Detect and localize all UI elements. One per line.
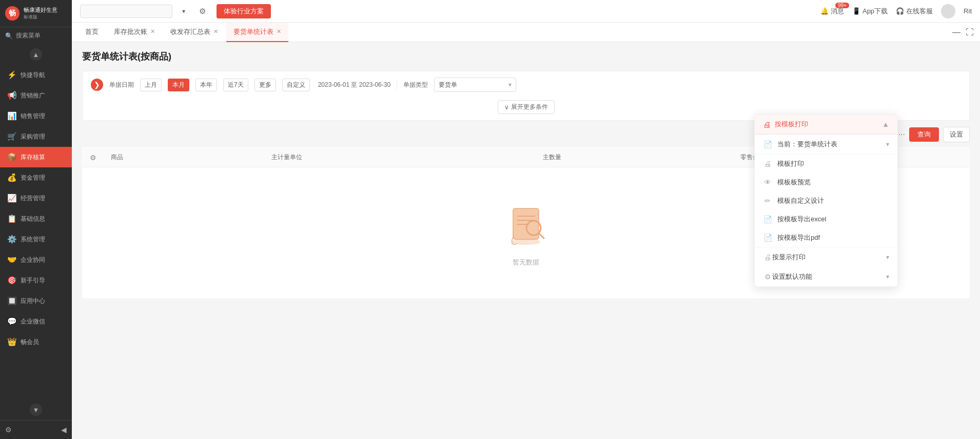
online-service-btn[interactable]: 🎧 在线客服	[896, 7, 933, 16]
sidebar-item-finance[interactable]: 💰 资金管理	[0, 167, 72, 188]
sidebar-item-sales[interactable]: 📊 销售管理	[0, 106, 72, 126]
sidebar-item-label: 企业协同	[21, 256, 45, 264]
trial-btn[interactable]: 体验行业方案	[217, 4, 271, 18]
page-title: 要货单统计表(按商品)	[82, 50, 970, 63]
template-preview-icon: 👁	[763, 178, 772, 186]
date-btn-more[interactable]: 更多	[254, 79, 276, 91]
sidebar-item-label: 新手引导	[21, 276, 45, 285]
scroll-down-btn[interactable]: ▼	[30, 404, 42, 416]
scroll-up-btn[interactable]: ▲	[30, 48, 42, 61]
collapse-btn[interactable]: ◀	[61, 426, 67, 434]
printer-menu-icon: 🖨	[763, 120, 771, 129]
date-btn-this-year[interactable]: 本年	[195, 79, 217, 91]
sidebar-item-quick-nav[interactable]: ⚡ 快捷导航	[0, 65, 72, 85]
scroll-up[interactable]: ▲	[0, 44, 72, 65]
tab-order-stats-close[interactable]: ✕	[277, 28, 281, 35]
template-print-item[interactable]: 🖨 模板打印	[755, 155, 897, 173]
tab-home[interactable]: 首页	[78, 23, 106, 42]
svg-point-7	[528, 223, 539, 233]
messages-badge: 99+	[835, 3, 849, 8]
sidebar-item-label: 应用中心	[21, 297, 45, 306]
tab-receivable-summary-close[interactable]: ✕	[213, 28, 218, 35]
tab-inventory-batch[interactable]: 库存批次账 ✕	[107, 23, 162, 42]
sidebar-item-label: 库存核算	[21, 153, 45, 162]
filter-bar: ❯ 单据日期 上月 本月 本年 近7天 更多 自定义 2023-06-01 至 …	[82, 71, 970, 121]
user-avatar[interactable]	[941, 4, 955, 18]
template-export-excel-item[interactable]: 📄 按模板导出excel	[755, 210, 897, 228]
search-menu-item[interactable]: 🔍 搜索菜单	[0, 27, 72, 44]
template-print-icon: 🖨	[763, 160, 772, 168]
tab-inventory-batch-close[interactable]: ✕	[150, 28, 155, 35]
print-menu-close-btn[interactable]: ▲	[882, 120, 889, 128]
settings-btn[interactable]: 设置	[943, 127, 970, 142]
template-design-item[interactable]: ✏ 模板自定义设计	[755, 192, 897, 210]
sidebar-item-system[interactable]: ⚙️ 系统管理	[0, 229, 72, 250]
date-btn-last-month[interactable]: 上月	[140, 79, 162, 91]
topbar-gear-btn[interactable]: ⚙	[195, 4, 209, 18]
scroll-down[interactable]: ▼	[0, 399, 72, 420]
sidebar-item-basic[interactable]: 📋 基础信息	[0, 208, 72, 229]
sidebar-item-purchase[interactable]: 🛒 采购管理	[0, 126, 72, 147]
sidebar-item-wechat[interactable]: 💬 企业微信	[0, 311, 72, 332]
topbar-dropdown-btn[interactable]: ▾	[178, 5, 190, 17]
display-print-icon: 🖨	[763, 253, 772, 261]
export-pdf-label: 按模板导出pdf	[777, 233, 820, 242]
col-goods: 商品	[104, 148, 264, 167]
enterprise-icon: 🤝	[7, 255, 16, 264]
main-area: ▾ ⚙ 体验行业方案 🔔 消息 99+ 📱 App下载 🎧 在线客服 Rit 首…	[72, 0, 980, 439]
topbar-right: 🔔 消息 99+ 📱 App下载 🎧 在线客服 Rit	[820, 4, 972, 18]
sidebar-item-guide[interactable]: 🎯 新手引导	[0, 270, 72, 291]
more-actions-btn[interactable]: ···	[898, 130, 905, 139]
messages-btn[interactable]: 🔔 消息 99+	[820, 7, 844, 16]
date-btn-last-7[interactable]: 近7天	[223, 79, 248, 91]
display-print-arrow: ▾	[886, 254, 889, 261]
sidebar-item-label: 基础信息	[21, 215, 45, 223]
default-function-group[interactable]: ⚙ 设置默认功能 ▾	[755, 267, 897, 287]
apps-icon: 🔲	[7, 296, 16, 306]
tab-order-stats[interactable]: 要货单统计表 ✕	[226, 23, 288, 42]
search-icon: 🔍	[5, 32, 13, 40]
empty-text: 暂无数据	[513, 258, 539, 267]
default-function-icon: ⚙	[763, 273, 772, 281]
query-btn[interactable]: 查询	[909, 127, 939, 142]
tab-expand-btn[interactable]: ⛶	[966, 28, 974, 37]
online-service-label: 在线客服	[906, 7, 933, 16]
col-settings[interactable]: ⚙	[83, 148, 104, 167]
table-settings-icon[interactable]: ⚙	[90, 154, 96, 162]
display-print-group[interactable]: 🖨 按显示打印 ▾	[755, 247, 897, 267]
template-export-pdf-item[interactable]: 📄 按模板导出pdf	[755, 228, 897, 247]
sidebar-item-inventory[interactable]: 📦 库存核算	[0, 147, 72, 167]
filter-expand-btn[interactable]: ❯	[91, 79, 103, 91]
sidebar-item-label: 营销推广	[21, 91, 45, 100]
headset-icon: 🎧	[896, 7, 904, 15]
tabs-actions: — ⛶	[946, 28, 980, 37]
date-btn-this-month[interactable]: 本月	[168, 79, 189, 91]
print-menu-current[interactable]: 📄 当前：要货单统计表 ▾	[755, 135, 897, 155]
tab-minimize-btn[interactable]: —	[952, 28, 961, 37]
topbar: ▾ ⚙ 体验行业方案 🔔 消息 99+ 📱 App下载 🎧 在线客服 Rit	[72, 0, 980, 23]
app-download-btn[interactable]: 📱 App下载	[852, 7, 888, 16]
col-unit: 主计量单位	[264, 148, 536, 167]
settings-bottom-btn[interactable]: ⚙	[5, 426, 12, 434]
sidebar-item-member[interactable]: 👑 畅会员	[0, 332, 72, 352]
svg-line-8	[539, 233, 544, 238]
app-logo: 畅 畅康通好生意 标准版	[0, 0, 72, 27]
sidebar-item-enterprise[interactable]: 🤝 企业协同	[0, 250, 72, 270]
doc-type-select[interactable]: 要货单 ▾	[434, 78, 516, 92]
date-btn-custom[interactable]: 自定义	[282, 79, 310, 91]
sidebar-item-marketing[interactable]: 📢 营销推广	[0, 85, 72, 106]
print-menu-groups: 🖨 按显示打印 ▾ ⚙ 设置默认功能 ▾	[755, 247, 897, 287]
app-sub: 标准版	[24, 14, 57, 21]
expand-more-btn[interactable]: ∨ 展开更多条件	[498, 100, 555, 114]
logo-icon: 畅	[5, 6, 19, 21]
tab-receivable-summary[interactable]: 收发存汇总表 ✕	[163, 23, 225, 42]
sidebar-item-apps[interactable]: 🔲 应用中心	[0, 291, 72, 311]
app-name: 畅康通好生意	[24, 6, 57, 14]
member-icon: 👑	[7, 337, 16, 347]
template-preview-item[interactable]: 👁 模板板预览	[755, 173, 897, 192]
date-filter-label: 单据日期	[109, 81, 134, 89]
current-template-icon: 📄	[763, 140, 772, 148]
sidebar-item-operations[interactable]: 📈 经营管理	[0, 188, 72, 208]
logo-text-block: 畅康通好生意 标准版	[24, 6, 57, 21]
topbar-search-input[interactable]	[80, 5, 172, 18]
